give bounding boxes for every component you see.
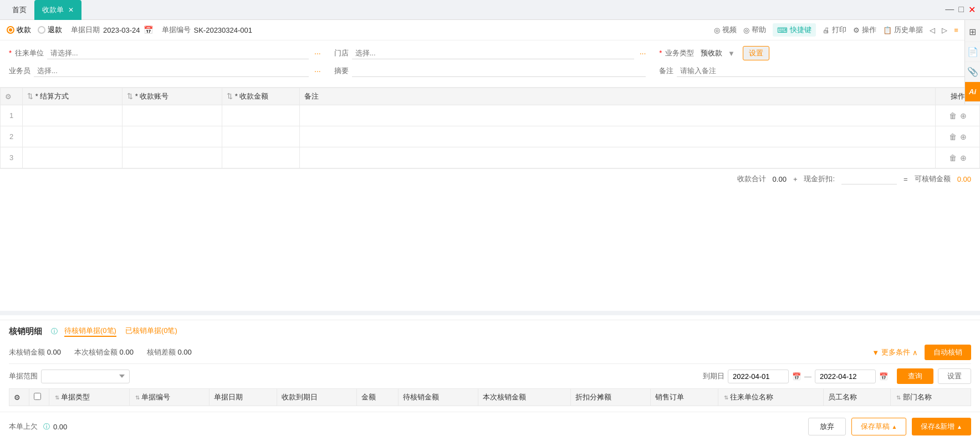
duedate-from-input[interactable] [728, 370, 789, 383]
row-3-amount[interactable] [222, 147, 300, 168]
col-account-arrows: ⇅ [127, 92, 133, 100]
action-help[interactable]: ◎ 帮助 [743, 25, 766, 35]
staff-more-btn[interactable]: ··· [314, 66, 321, 75]
row-2-delete-icon[interactable]: 🗑 [949, 132, 957, 141]
table-settings-icon[interactable]: ⚙ [5, 93, 12, 101]
tab-pending[interactable]: 待核销单据(0笔) [64, 326, 116, 337]
bt-sort-billno-icon[interactable]: ⇅ [135, 394, 140, 401]
duedate-to-input[interactable] [815, 370, 876, 383]
row-2-settle[interactable] [23, 126, 122, 147]
date-range-separator: — [804, 372, 811, 381]
row-1-remark[interactable] [300, 105, 936, 126]
tab-receipt-label: 收款单 [42, 5, 64, 15]
bt-sort-billtype-icon[interactable]: ⇅ [55, 394, 59, 401]
radio-refund-circle [38, 26, 45, 34]
bt-col-billtype: ⇅ 单据类型 [49, 389, 130, 406]
counterparty-input[interactable] [47, 47, 309, 59]
row-1-copy-icon[interactable]: ⊕ [960, 111, 967, 120]
help-icon: ◎ [743, 26, 749, 34]
maximize-btn[interactable]: □ [958, 4, 964, 15]
plus-symbol: + [793, 175, 798, 183]
select-all-checkbox[interactable] [34, 393, 41, 400]
row-1-settle[interactable] [23, 105, 122, 126]
row-3-delete-icon[interactable]: 🗑 [949, 153, 957, 162]
tab-home[interactable]: 首页 [4, 0, 34, 20]
action-video[interactable]: ◎ 视频 [714, 25, 737, 35]
operate-label: 操作 [862, 25, 876, 35]
save-draft-caret-icon: ▲ [892, 424, 897, 430]
bt-col-amount: 金额 [356, 389, 399, 406]
video-label: 视频 [722, 25, 737, 35]
verify-header: 核销明细 ⓘ 待核销单据(0笔) 已核销单据(0笔) [9, 326, 971, 337]
close-btn[interactable]: ✕ [968, 4, 976, 15]
bt-sort-counterparty-icon[interactable]: ⇅ [724, 394, 728, 401]
duedate-to-calendar-icon[interactable]: 📅 [879, 372, 888, 381]
layout-next-icon[interactable]: ▷ [942, 26, 947, 34]
row-1-delete-icon[interactable]: 🗑 [949, 111, 957, 120]
abandon-btn[interactable]: 放弃 [808, 418, 846, 435]
layout-list-icon[interactable]: ≡ [954, 26, 958, 34]
bt-sort-dept-icon[interactable]: ⇅ [896, 394, 901, 401]
store-label: 门店 [334, 48, 349, 58]
row-1-actions: 🗑 ⊕ [936, 105, 980, 126]
more-conditions-btn[interactable]: ▼ 更多条件 ∧ [872, 347, 918, 357]
bt-col-counterparty: ⇅ 往来单位名称 [718, 389, 823, 406]
tab-done[interactable]: 已核销单据(0笔) [125, 326, 177, 337]
history-icon: 📋 [883, 26, 892, 34]
row-2-actions: 🗑 ⊕ [936, 126, 980, 147]
business-type-dropdown-icon[interactable]: ▼ [728, 49, 735, 58]
right-sidebar: ⊞ 📄 📎 Ai [964, 20, 980, 104]
tab-close-icon[interactable]: ✕ [68, 6, 74, 14]
billno-label: 单据编号 [162, 25, 191, 35]
form-settings-btn[interactable]: 设置 [743, 46, 769, 60]
action-print[interactable]: 🖨 打印 [823, 25, 846, 35]
save-draft-btn[interactable]: 保存草稿 ▲ [851, 418, 907, 435]
summary-row: 收款合计 0.00 + 现金折扣: = 可核销金额 0.00 [0, 168, 980, 189]
verify-info-icon[interactable]: ⓘ [51, 327, 58, 336]
row-3-copy-icon[interactable]: ⊕ [960, 153, 967, 162]
minimize-btn[interactable]: — [945, 4, 954, 15]
tab-receipt[interactable]: 收款单 ✕ [34, 0, 81, 20]
store-input[interactable] [352, 47, 634, 59]
footer-info-icon[interactable]: ⓘ [43, 422, 50, 432]
row-2-copy-icon[interactable]: ⊕ [960, 132, 967, 141]
action-shortcut[interactable]: ⌨ 快捷键 [773, 23, 816, 37]
layout-prev-icon[interactable]: ◁ [930, 26, 935, 34]
verify-settings-btn[interactable]: 设置 [938, 368, 971, 384]
sidebar-scan-icon[interactable]: Ai [965, 82, 981, 102]
remarks-input[interactable] [677, 65, 971, 77]
sidebar-document-icon[interactable]: 📄 [965, 42, 981, 62]
action-operate[interactable]: ⚙ 操作 [853, 25, 876, 35]
row-2-remark[interactable] [300, 126, 936, 147]
staff-input[interactable] [34, 65, 309, 77]
remarks-label: 备注 [659, 66, 673, 76]
bt-settings-icon[interactable]: ⚙ [14, 393, 21, 402]
discount-input[interactable] [841, 173, 897, 184]
row-2-account[interactable] [122, 126, 222, 147]
sidebar-table-icon[interactable]: ⊞ [965, 22, 981, 42]
tab-bar: 首页 收款单 ✕ — □ ✕ [0, 0, 980, 20]
duedate-from-calendar-icon[interactable]: 📅 [792, 372, 801, 381]
action-history[interactable]: 📋 历史单据 [883, 25, 923, 35]
radio-receipt[interactable]: 收款 [7, 25, 31, 35]
row-3-settle[interactable] [23, 147, 122, 168]
store-more-btn[interactable]: ··· [640, 49, 646, 58]
row-3-remark[interactable] [300, 147, 936, 168]
row-3-account[interactable] [122, 147, 222, 168]
radio-refund[interactable]: 退款 [38, 25, 62, 35]
query-btn[interactable]: 查询 [897, 368, 933, 384]
auto-verify-btn[interactable]: 自动核销 [925, 345, 971, 360]
range-select[interactable] [41, 370, 130, 383]
row-2-amount[interactable] [222, 126, 300, 147]
summary-input[interactable] [352, 65, 646, 77]
sidebar-attachment-icon[interactable]: 📎 [965, 62, 981, 82]
counterparty-more-btn[interactable]: ··· [314, 49, 321, 58]
save-new-btn[interactable]: 保存&新增 ▲ [912, 418, 971, 435]
staff-label: 业务员 [9, 66, 30, 76]
radio-receipt-label: 收款 [17, 25, 31, 35]
total-value: 0.00 [773, 175, 787, 183]
row-1-account[interactable] [122, 105, 222, 126]
row-1-amount[interactable] [222, 105, 300, 126]
calendar-icon[interactable]: 📅 [144, 25, 153, 34]
range-label: 单据范围 [9, 371, 38, 381]
